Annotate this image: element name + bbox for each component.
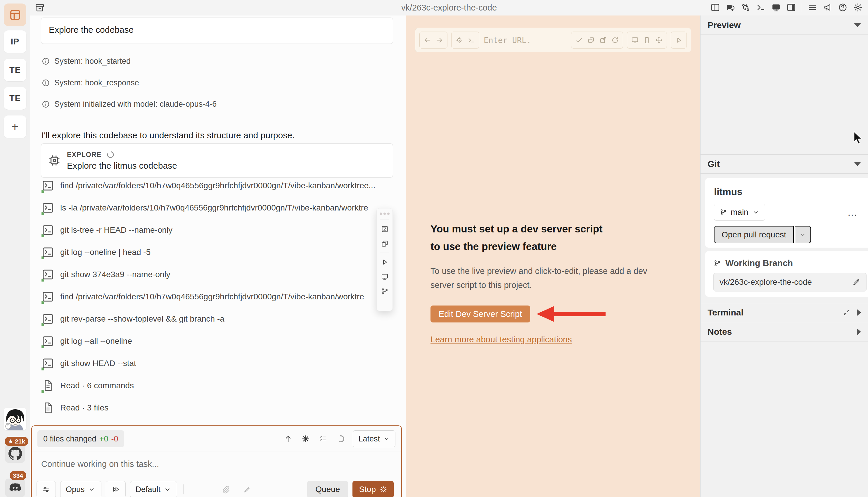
terminal-icon[interactable] <box>467 36 475 44</box>
expand-section-icon[interactable] <box>857 328 861 335</box>
settings-button[interactable] <box>37 481 56 497</box>
stop-button[interactable]: Stop <box>352 481 394 497</box>
terminal-icon <box>42 268 54 281</box>
read-item[interactable]: Read · 6 commands <box>42 379 393 393</box>
command-item[interactable]: git log --oneline | head -5 <box>42 245 393 259</box>
git-compare-icon[interactable] <box>741 3 751 12</box>
open-pr-options-button[interactable] <box>795 226 811 243</box>
command-item[interactable]: find /private/var/folders/10/h7w0q46556g… <box>42 290 393 304</box>
version-dropdown[interactable]: Latest <box>353 430 395 447</box>
info-icon <box>42 79 50 87</box>
floating-toolbar[interactable] <box>376 208 393 311</box>
copy-icon <box>381 240 389 247</box>
play-icon[interactable] <box>675 36 683 44</box>
workspace-switcher[interactable] <box>4 3 26 26</box>
copy-icon[interactable] <box>587 36 595 44</box>
external-link-icon[interactable] <box>599 36 607 44</box>
scroll-to-top-icon[interactable] <box>284 435 292 443</box>
task-title: Explore the codebase <box>49 25 133 34</box>
github-link[interactable] <box>5 444 25 463</box>
terminal-icon <box>42 357 54 370</box>
base-branch-dropdown[interactable]: main <box>714 204 765 221</box>
preview-button[interactable] <box>378 269 391 284</box>
chevron-down-icon <box>800 231 806 238</box>
fast-forward-button[interactable] <box>106 481 126 497</box>
rail-tab-te[interactable]: TE <box>4 59 26 81</box>
signature-button[interactable] <box>243 485 251 494</box>
diff-summary-pill[interactable]: 0 files changed +0 -0 <box>38 430 124 447</box>
help-icon[interactable] <box>838 3 848 12</box>
terminal-icon <box>42 313 54 325</box>
terminal-icon[interactable] <box>756 3 766 12</box>
notes-section-header[interactable]: Notes <box>700 322 868 341</box>
additions: +0 <box>99 435 108 443</box>
move-icon[interactable] <box>655 36 663 44</box>
edit-dev-server-script-button[interactable]: Edit Dev Server Script <box>431 306 530 323</box>
item-text: ls -la /private/var/folders/10/h7w0q4655… <box>60 203 368 213</box>
discord-link[interactable] <box>5 479 25 497</box>
avatar[interactable] <box>4 408 26 430</box>
command-item[interactable]: git log --all --oneline <box>42 334 393 348</box>
deletions: -0 <box>111 435 118 443</box>
working-branch-field[interactable]: vk/263c-explore-the-code <box>713 273 867 292</box>
burst-icon[interactable] <box>301 435 310 443</box>
collapse-icon <box>854 162 861 166</box>
checklist-icon[interactable] <box>319 435 328 443</box>
desktop-icon[interactable] <box>631 36 639 44</box>
terminal-section-header[interactable]: Terminal <box>700 303 868 322</box>
copy-button[interactable] <box>378 236 391 251</box>
terminal-icon <box>42 335 54 347</box>
chat-icon[interactable] <box>726 3 735 12</box>
mobile-icon[interactable] <box>643 36 651 44</box>
sliders-icon <box>42 485 50 494</box>
run-button[interactable] <box>378 255 391 269</box>
edit-icon[interactable] <box>852 278 860 286</box>
attach-button[interactable] <box>221 485 230 494</box>
learn-more-link[interactable]: Learn more about testing applications <box>431 335 572 344</box>
profile-dropdown[interactable]: Default <box>130 481 177 497</box>
back-icon[interactable] <box>423 36 431 44</box>
model-dropdown[interactable]: Opus <box>60 481 101 497</box>
fast-forward-icon <box>112 485 120 494</box>
menu-icon[interactable] <box>808 3 817 12</box>
panel-right-icon[interactable] <box>786 3 796 12</box>
top-bar-actions <box>710 3 863 12</box>
megaphone-icon[interactable] <box>823 3 832 12</box>
read-item[interactable]: Read · 3 files <box>42 401 393 415</box>
item-text: Read · 6 commands <box>60 381 134 390</box>
url-input[interactable] <box>483 36 567 45</box>
locate-icon[interactable] <box>455 36 463 44</box>
message-input[interactable] <box>41 459 378 478</box>
drag-handle-icon[interactable] <box>380 213 390 215</box>
rail-tab-te[interactable]: TE <box>4 87 26 110</box>
preview-section-header[interactable]: Preview <box>700 15 868 35</box>
open-pr-button[interactable]: Open pull request <box>714 226 794 243</box>
panel-left-icon[interactable] <box>710 3 720 12</box>
rail-tab-ip[interactable]: IP <box>4 30 26 53</box>
check-icon[interactable] <box>575 36 583 44</box>
monitor-icon[interactable] <box>771 3 781 12</box>
refresh-icon[interactable] <box>611 36 619 44</box>
spinner-icon <box>106 150 115 159</box>
rail-tab-new[interactable]: + <box>4 115 26 138</box>
more-button[interactable]: … <box>847 207 858 218</box>
command-item[interactable]: git show 374e3a9 --name-only <box>42 268 393 282</box>
command-item[interactable]: ls -la /private/var/folders/10/h7w0q4655… <box>42 201 393 215</box>
command-item[interactable]: git show HEAD --stat <box>42 356 393 370</box>
open-in-zed-button[interactable] <box>378 222 391 236</box>
forward-icon[interactable] <box>435 36 443 44</box>
expand-icon[interactable] <box>843 309 851 316</box>
explore-task-card[interactable]: EXPLORE Explore the litmus codebase <box>41 143 393 178</box>
command-item[interactable]: git rev-parse --show-toplevel && git bra… <box>42 312 393 326</box>
task-title-card[interactable]: Explore the codebase <box>41 17 393 44</box>
git-button[interactable] <box>378 284 391 298</box>
paperclip-icon <box>221 485 230 494</box>
open-pr-split-button: Open pull request <box>714 226 868 243</box>
git-section-header[interactable]: Git <box>700 154 868 174</box>
command-item[interactable]: find /private/var/folders/10/h7w0q46556g… <box>42 179 393 193</box>
expand-section-icon[interactable] <box>857 309 861 316</box>
settings-icon[interactable] <box>853 3 863 12</box>
github-stars-badge: ★21k <box>5 437 28 446</box>
command-item[interactable]: git ls-tree -r HEAD --name-only <box>42 223 393 237</box>
queue-button[interactable]: Queue <box>307 481 348 497</box>
